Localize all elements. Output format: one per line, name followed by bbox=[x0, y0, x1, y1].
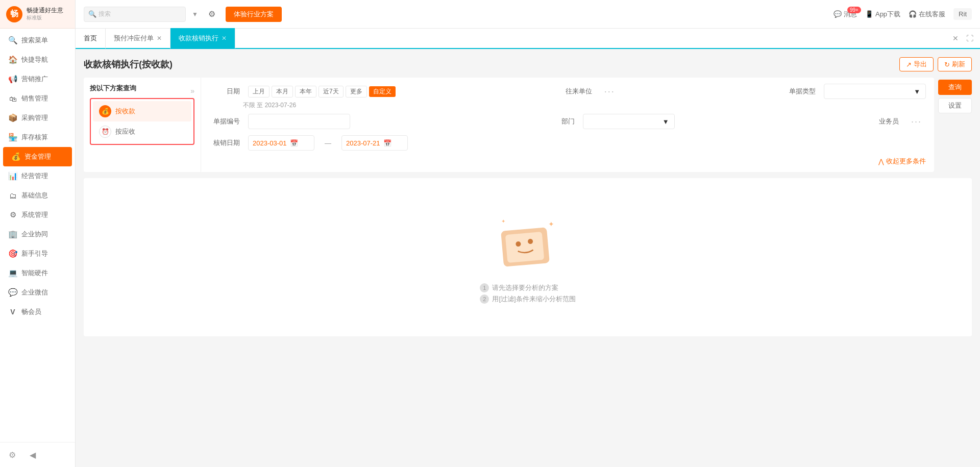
date-btn-7days[interactable]: 近7天 bbox=[318, 86, 344, 97]
filter-collapse-sidebar-btn[interactable]: » bbox=[190, 87, 194, 95]
svg-text:✦: ✦ bbox=[501, 218, 505, 224]
empty-state: ✦ ✦ 1 请先选择要分析的方案 2 用[过滤]条件来缩小分析范围 bbox=[84, 178, 972, 336]
sidebar-label-operation: 经营管理 bbox=[21, 171, 48, 181]
sidebar-label-marketing: 营销推广 bbox=[21, 75, 48, 84]
staff-input[interactable]: ··· bbox=[907, 116, 926, 127]
tab-home[interactable]: 首页 bbox=[76, 28, 106, 48]
sidebar-item-finance[interactable]: 💰 资金管理 bbox=[3, 147, 72, 166]
collapse-icon: ⋀ bbox=[878, 158, 884, 165]
date-btn-this-month[interactable]: 本月 bbox=[272, 86, 293, 97]
sidebar-label-basic-info: 基础信息 bbox=[21, 191, 48, 200]
search-icon: 🔍 bbox=[8, 36, 17, 45]
verify-date-end-val: 2023-07-21 bbox=[346, 139, 380, 147]
tab-receipt-offset[interactable]: 收款核销执行 ✕ bbox=[170, 28, 235, 48]
solution-button[interactable]: 体验行业方案 bbox=[226, 7, 282, 22]
online-service-label: 在线客服 bbox=[919, 10, 945, 19]
topbar-dropdown-arrow[interactable]: ▼ bbox=[192, 11, 198, 18]
date-range-text-row: 不限 至 2023-07-26 bbox=[243, 101, 926, 110]
logo-name: 畅捷通好生意 bbox=[27, 7, 63, 15]
doc-type-select[interactable]: ▼ bbox=[824, 84, 926, 99]
page-title: 收款核销执行(按收款) bbox=[84, 58, 173, 70]
empty-hint-2: 2 用[过滤]条件来缩小分析范围 bbox=[480, 294, 575, 304]
verify-date-end-cal[interactable]: 📅 bbox=[383, 139, 391, 147]
sidebar-collapse-btn[interactable]: ◀ bbox=[24, 447, 41, 463]
logo-icon: 畅 bbox=[6, 6, 22, 22]
sidebar-item-sales[interactable]: 🛍 销售管理 bbox=[0, 89, 75, 108]
sidebar-item-member[interactable]: V 畅会员 bbox=[0, 302, 75, 322]
refresh-button[interactable]: ↻ 刷新 bbox=[938, 57, 972, 71]
sidebar-label-inventory: 库存核算 bbox=[21, 133, 48, 142]
collapse-more-btn[interactable]: ⋀ 收起更多条件 bbox=[878, 157, 926, 166]
filter-section: 按以下方案查询 » 💰 按收款 ⏰ 按应收 bbox=[84, 78, 934, 172]
online-service-icon: 🎧 bbox=[909, 10, 917, 18]
topbar: 🔍 搜索 ▼ ⚙ 体验行业方案 💬 消息 99+ 📱 App下载 🎧 在线客服 … bbox=[76, 0, 980, 29]
sidebar-item-quick-nav[interactable]: 🏠 快捷导航 bbox=[0, 50, 75, 69]
sidebar-item-purchase[interactable]: 📦 采购管理 bbox=[0, 108, 75, 128]
topbar-msg-btn[interactable]: 💬 消息 99+ bbox=[834, 10, 857, 19]
verify-date-start-input[interactable]: 2023-03-01 📅 bbox=[248, 135, 314, 151]
tab-prepay-offset[interactable]: 预付冲应付单 ✕ bbox=[106, 28, 170, 48]
sidebar-item-system[interactable]: ⚙ 系统管理 bbox=[0, 205, 75, 225]
query-button[interactable]: 查询 bbox=[938, 80, 972, 95]
tab-maximize-btn[interactable]: ⛶ bbox=[964, 32, 976, 44]
wechat-icon: 💬 bbox=[8, 288, 17, 297]
sidebar-settings-btn[interactable]: ⚙ bbox=[4, 447, 20, 463]
topbar-actions: 💬 消息 99+ 📱 App下载 🎧 在线客服 Rit bbox=[834, 8, 972, 20]
sidebar-nav: 🔍 搜索菜单 🏠 快捷导航 📢 营销推广 🛍 销售管理 📦 采购管理 🏪 库存核… bbox=[0, 29, 75, 442]
sidebar: 畅 畅捷通好生意 标准版 🔍 搜索菜单 🏠 快捷导航 📢 营销推广 🛍 销售管理… bbox=[0, 0, 76, 467]
by-receivable-label: 按应收 bbox=[115, 127, 135, 136]
sidebar-item-wechat[interactable]: 💬 企业微信 bbox=[0, 283, 75, 302]
filter-sidebar: 按以下方案查询 » 💰 按收款 ⏰ 按应收 bbox=[84, 78, 201, 172]
sidebar-item-inventory[interactable]: 🏪 库存核算 bbox=[0, 128, 75, 147]
sidebar-item-newbie[interactable]: 🎯 新手引导 bbox=[0, 244, 75, 263]
filter-option-by-receipt[interactable]: 💰 按收款 bbox=[93, 101, 191, 121]
date-custom-tag[interactable]: 自定义 bbox=[369, 86, 396, 97]
export-button[interactable]: ↗ 导出 bbox=[899, 57, 934, 71]
tab-receipt-close[interactable]: ✕ bbox=[222, 35, 227, 42]
filter-row-1: 日期 上月 本月 本年 近7天 更多 自定义 往来单位 ··· bbox=[209, 84, 926, 99]
empty-hint-1: 1 请先选择要分析的方案 bbox=[480, 283, 575, 292]
sidebar-label-finance: 资金管理 bbox=[24, 152, 51, 161]
date-btn-this-year[interactable]: 本年 bbox=[295, 86, 316, 97]
date-range-text: 不限 至 2023-07-26 bbox=[243, 102, 296, 109]
tab-window-btns: ✕ ⛶ bbox=[949, 32, 980, 44]
inventory-icon: 🏪 bbox=[8, 133, 17, 142]
sidebar-item-basic-info[interactable]: 🗂 基础信息 bbox=[0, 186, 75, 205]
dept-select[interactable]: ▼ bbox=[583, 114, 675, 129]
logo-text-block: 畅捷通好生意 标准版 bbox=[27, 7, 63, 22]
topbar-online-service-btn[interactable]: 🎧 在线客服 bbox=[909, 10, 945, 19]
verify-date-end-input[interactable]: 2023-07-21 📅 bbox=[341, 135, 408, 151]
dept-chevron: ▼ bbox=[663, 118, 669, 126]
tab-prepay-close[interactable]: ✕ bbox=[157, 35, 162, 42]
doc-no-input[interactable] bbox=[248, 114, 350, 129]
by-receipt-label: 按收款 bbox=[115, 107, 135, 116]
set-button[interactable]: 设置 bbox=[938, 98, 972, 113]
topbar-user[interactable]: Rit bbox=[953, 8, 972, 20]
sidebar-item-search[interactable]: 🔍 搜索菜单 bbox=[0, 31, 75, 50]
sidebar-label-sales: 销售管理 bbox=[21, 94, 48, 103]
sidebar-item-marketing[interactable]: 📢 营销推广 bbox=[0, 69, 75, 89]
topbar-search[interactable]: 🔍 搜索 bbox=[84, 7, 186, 22]
date-btn-more[interactable]: 更多 bbox=[346, 86, 367, 97]
staff-label: 业务员 bbox=[868, 117, 899, 126]
date-buttons: 上月 本月 本年 近7天 更多 自定义 bbox=[248, 86, 396, 97]
verify-date-start-cal[interactable]: 📅 bbox=[290, 139, 298, 147]
topbar-app-download-btn[interactable]: 📱 App下载 bbox=[865, 10, 900, 19]
filter-query-wrapper: 按以下方案查询 » 💰 按收款 ⏰ 按应收 bbox=[84, 78, 972, 172]
msg-icon: 💬 bbox=[834, 10, 842, 18]
filter-option-by-receivable[interactable]: ⏰ 按应收 bbox=[93, 121, 191, 142]
msg-badge: 99+ bbox=[847, 7, 861, 13]
topbar-search-icon: 🔍 bbox=[88, 10, 96, 18]
tab-close-window-btn[interactable]: ✕ bbox=[949, 32, 962, 44]
date-btn-up-month[interactable]: 上月 bbox=[248, 86, 270, 97]
filter-main: 日期 上月 本月 本年 近7天 更多 自定义 往来单位 ··· bbox=[201, 78, 934, 172]
partner-input[interactable]: ··· bbox=[600, 86, 619, 97]
sidebar-label-purchase: 采购管理 bbox=[21, 113, 48, 122]
sidebar-item-smart-hw[interactable]: 💻 智能硬件 bbox=[0, 263, 75, 283]
sidebar-item-enterprise[interactable]: 🏢 企业协同 bbox=[0, 225, 75, 244]
sidebar-item-operation[interactable]: 📊 经营管理 bbox=[0, 166, 75, 186]
svg-rect-1 bbox=[505, 232, 545, 263]
sidebar-label-search: 搜索菜单 bbox=[21, 36, 48, 45]
operation-icon: 📊 bbox=[8, 171, 17, 181]
topbar-settings-btn[interactable]: ⚙ bbox=[204, 7, 219, 22]
